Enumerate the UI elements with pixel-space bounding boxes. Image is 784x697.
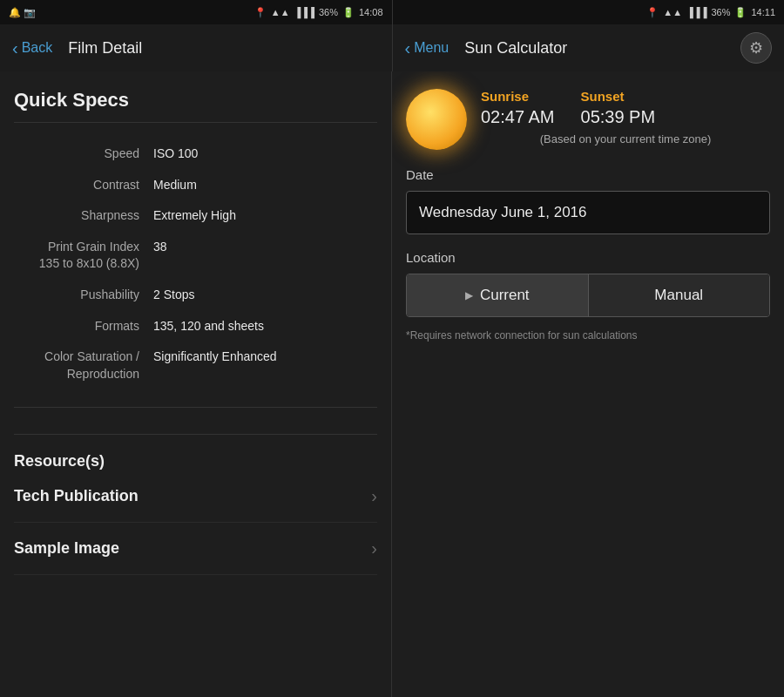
spec-label-formats: Formats — [14, 318, 153, 335]
spec-label-speed: Speed — [14, 145, 153, 163]
right-panel: Sunrise 02:47 AM Sunset 05:39 PM (Based … — [392, 71, 784, 697]
resources-title: Resource(s) — [14, 452, 377, 470]
status-icons-left: 🔔 📷 — [9, 7, 36, 18]
signal-icon: ▐▐▐ — [294, 7, 314, 17]
quick-specs-title: Quick Specs — [14, 89, 377, 123]
battery-pct-left: 36% — [319, 7, 338, 17]
status-info-left: 📍 ▲▲ ▐▐▐ 36% 🔋 14:08 — [254, 7, 383, 18]
sunrise-time: 02:47 AM — [481, 107, 555, 127]
time-left: 14:08 — [359, 7, 383, 17]
menu-label: Menu — [414, 40, 449, 56]
menu-button[interactable]: ‹ Menu — [405, 38, 449, 58]
wifi-icon-r: ▲▲ — [663, 7, 682, 17]
sun-header: Sunrise 02:47 AM Sunset 05:39 PM (Based … — [406, 89, 770, 150]
left-panel: Quick Specs Speed ISO 100 Contrast Mediu… — [0, 71, 392, 697]
sun-calculator-title: Sun Calculator — [464, 39, 567, 58]
tech-pub-label: Tech Publication — [14, 487, 139, 505]
current-location-btn[interactable]: ▶ Current — [407, 274, 589, 316]
manual-btn-label: Manual — [654, 287, 703, 304]
spec-speed: Speed ISO 100 — [14, 139, 377, 170]
resource-tech-pub[interactable]: Tech Publication › — [14, 470, 377, 523]
location-icon-r: 📍 — [646, 7, 659, 18]
specs-table: Speed ISO 100 Contrast Medium Sharpness … — [14, 139, 377, 389]
sunset-time: 05:39 PM — [581, 107, 656, 127]
battery-pct-right: 36% — [711, 7, 730, 17]
status-bar-right: 📍 ▲▲ ▐▐▐ 36% 🔋 14:11 — [393, 0, 785, 24]
sun-times-container: Sunrise 02:47 AM Sunset 05:39 PM (Based … — [481, 89, 770, 145]
nav-bar-left: ‹ Back Film Detail — [0, 24, 393, 71]
location-toggle: ▶ Current Manual — [406, 274, 770, 317]
play-icon: ▶ — [465, 289, 473, 301]
back-button[interactable]: ‹ Back — [12, 38, 52, 58]
sunset-block: Sunset 05:39 PM — [581, 89, 656, 127]
spec-value-sharpness: Extremely High — [153, 207, 377, 225]
spec-value-color: Significantly Enhanced — [153, 348, 377, 382]
divider — [14, 407, 377, 408]
sun-times: Sunrise 02:47 AM Sunset 05:39 PM — [481, 89, 770, 127]
tech-pub-chevron-icon: › — [371, 486, 377, 506]
timezone-note: (Based on your current time zone) — [481, 132, 770, 145]
spec-formats: Formats 135, 120 and sheets — [14, 311, 377, 342]
location-icon: 📍 — [254, 7, 267, 18]
spec-label-grain: Print Grain Index135 to 8x10 (8.8X) — [14, 239, 153, 273]
spec-grain: Print Grain Index135 to 8x10 (8.8X) 38 — [14, 232, 377, 280]
spec-label-pushability: Pushability — [14, 287, 153, 304]
film-detail-title: Film Detail — [68, 39, 142, 58]
divider2 — [14, 434, 377, 435]
spec-value-pushability: 2 Stops — [153, 287, 377, 304]
wifi-icon: ▲▲ — [271, 7, 290, 17]
spec-value-speed: ISO 100 — [153, 145, 377, 163]
back-label: Back — [22, 40, 53, 56]
gear-button[interactable]: ⚙ — [740, 32, 772, 64]
status-bar-left: 🔔 📷 📍 ▲▲ ▐▐▐ 36% 🔋 14:08 — [0, 0, 393, 24]
time-right: 14:11 — [751, 7, 775, 17]
status-bars: 🔔 📷 📍 ▲▲ ▐▐▐ 36% 🔋 14:08 📍 ▲▲ ▐▐▐ 36% 🔋 … — [0, 0, 784, 24]
sample-image-chevron-icon: › — [371, 538, 377, 558]
status-info-right: 📍 ▲▲ ▐▐▐ 36% 🔋 14:11 — [646, 7, 775, 18]
sample-image-label: Sample Image — [14, 539, 119, 558]
signal-icon-r: ▐▐▐ — [686, 7, 706, 17]
spec-label-color: Color Saturation /Reproduction — [14, 348, 153, 382]
spec-sharpness: Sharpness Extremely High — [14, 200, 377, 232]
manual-location-btn[interactable]: Manual — [589, 274, 770, 316]
gear-icon: ⚙ — [749, 38, 763, 58]
menu-chevron-icon: ‹ — [405, 38, 411, 58]
spec-contrast: Contrast Medium — [14, 170, 377, 201]
sunrise-block: Sunrise 02:47 AM — [481, 89, 555, 127]
date-label: Date — [406, 167, 770, 182]
spec-label-contrast: Contrast — [14, 177, 153, 194]
battery-icon-left: 🔋 — [342, 7, 355, 18]
date-field[interactable]: Wednesday June 1, 2016 — [406, 191, 770, 234]
spec-value-contrast: Medium — [153, 177, 377, 194]
sunrise-label: Sunrise — [481, 89, 555, 104]
sunset-label: Sunset — [581, 89, 656, 104]
spec-color: Color Saturation /Reproduction Significa… — [14, 342, 377, 389]
battery-icon-right: 🔋 — [734, 7, 747, 18]
sun-icon — [406, 89, 467, 150]
resource-sample-image[interactable]: Sample Image › — [14, 523, 377, 575]
main-area: Quick Specs Speed ISO 100 Contrast Mediu… — [0, 71, 784, 697]
spec-value-grain: 38 — [153, 239, 377, 273]
spec-label-sharpness: Sharpness — [14, 207, 153, 225]
current-btn-label: Current — [480, 287, 530, 304]
spec-value-formats: 135, 120 and sheets — [153, 318, 377, 335]
nav-right-actions: ⚙ — [740, 32, 772, 64]
back-chevron-icon: ‹ — [12, 38, 18, 58]
network-note: *Requires network connection for sun cal… — [406, 329, 770, 342]
nav-bars: ‹ Back Film Detail ‹ Menu Sun Calculator… — [0, 24, 784, 71]
spec-pushability: Pushability 2 Stops — [14, 280, 377, 311]
nav-bar-right: ‹ Menu Sun Calculator ⚙ — [393, 24, 785, 71]
location-label: Location — [406, 250, 770, 265]
